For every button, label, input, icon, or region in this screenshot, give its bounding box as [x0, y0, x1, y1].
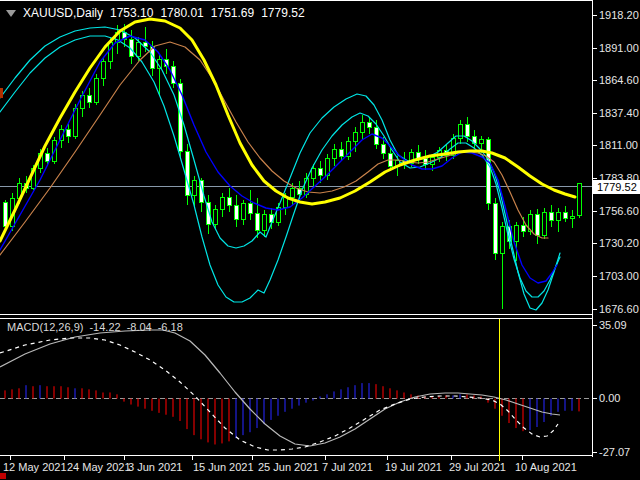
current-price-tag: 1779.52: [593, 180, 640, 194]
date-axis-label: 7 Jul 2021: [322, 461, 373, 474]
band-cyan-outer: [0, 27, 560, 310]
macd-signal-value: -8.04: [127, 321, 152, 333]
macd-main-value: -14.22: [89, 321, 120, 333]
macd-axis-label: 35.09: [599, 319, 640, 332]
corner-indicator: [0, 473, 6, 479]
macd-indicator-header: MACD(12,26,9) -14.22 -8.04 -6.18: [7, 321, 183, 333]
ma-blue: [0, 36, 557, 283]
price-axis-label: 1837.40: [599, 107, 640, 120]
mt4-chart-window: XAUUSD,Daily 1753.10 1780.01 1751.69 177…: [0, 0, 640, 480]
ma-orange: [0, 42, 548, 255]
chart-ohlc-header: XAUUSD,Daily 1753.10 1780.01 1751.69 177…: [6, 6, 305, 20]
date-axis-label: 19 Jul 2021: [385, 461, 442, 474]
price-axis-label: 1891.00: [599, 42, 640, 55]
chart-canvas[interactable]: [0, 0, 640, 480]
date-axis-label: 25 Jun 2021: [258, 461, 319, 474]
date-axis-label: 29 Jul 2021: [449, 461, 506, 474]
open-value: 1753.10: [110, 6, 153, 20]
date-axis-label: 15 Jun 2021: [193, 461, 254, 474]
macd-main-line: [0, 330, 560, 446]
price-axis-label: 1676.60: [599, 303, 640, 316]
price-axis-label: 1811.00: [599, 139, 640, 152]
macd-label: MACD(12,26,9): [7, 321, 83, 333]
price-axis-label: 1918.20: [599, 9, 640, 22]
price-axis-label: 1756.60: [599, 205, 640, 218]
macd-axis-label: 0.00: [599, 392, 640, 405]
macd-hist-value: -6.18: [158, 321, 183, 333]
high-value: 1780.01: [160, 6, 203, 20]
symbol-timeframe-label: XAUUSD,Daily: [23, 6, 103, 20]
chevron-down-icon: [6, 10, 16, 17]
price-axis-label: 1730.20: [599, 237, 640, 250]
price-axis-label: 1864.60: [599, 74, 640, 87]
date-axis-label: 3 Jun 2021: [128, 461, 182, 474]
price-axis-label: 1703.00: [599, 270, 640, 283]
left-edge-marker: [0, 88, 3, 98]
close-value: 1779.52: [261, 6, 304, 20]
macd-axis-label: -27.07: [599, 446, 640, 459]
date-axis-label: 24 May 2021: [67, 461, 131, 474]
date-axis-label: 10 Aug 2021: [515, 461, 577, 474]
date-axis-label: 12 May 2021: [3, 461, 67, 474]
low-value: 1751.69: [211, 6, 254, 20]
